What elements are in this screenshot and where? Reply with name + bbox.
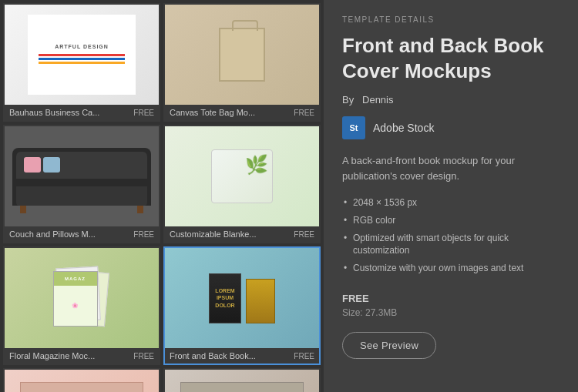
card-thumb-bauhaus: ARTFUL DESIGN [5,5,159,105]
template-details-panel: TEMPLATE DETAILS Front and Back Book Cov… [324,0,578,392]
card-name: Floral Magazine Moc... [9,351,95,360]
card-name: Canvas Tote Bag Mo... [170,108,255,117]
card-thumb-couch [5,126,159,226]
feature-item: 2048 × 1536 px [342,194,560,212]
template-description: A back-and-front book mockup for your pu… [342,153,560,183]
card-bookcover[interactable]: LOREMIPSUMDOLOR Front and Back Book... F… [163,246,321,365]
card-badge: FREE [133,352,154,360]
leaf-icon: 🌿 [245,154,268,176]
card-badge: FREE [294,109,314,117]
card-thumb-canvas [165,5,319,105]
card-couch[interactable]: Couch and Pillows M... FREE [3,125,160,243]
card-blanket[interactable]: 🌿 Customizable Blanke... FREE [163,125,321,243]
canvas-bag-icon [219,28,265,82]
couch-icon [12,148,151,206]
feature-item: Customize with your own images and text [342,260,560,277]
features-list: 2048 × 1536 px RGB color Optimized with … [342,194,560,277]
card-bauhaus[interactable]: ARTFUL DESIGN Bauhaus Business Ca... FRE… [3,3,160,122]
preview-button[interactable]: See Preview [342,332,436,359]
author-name: Dennis [362,94,393,106]
adobe-stock-badge: St Adobe Stock [342,116,560,139]
section-label: TEMPLATE DETAILS [342,15,560,24]
card-thumb-blanket: 🌿 [165,126,319,226]
card-name: Customizable Blanke... [170,230,257,239]
card-badge: FREE [133,230,154,239]
author-line: By Dennis [342,94,560,106]
card-name: Bauhaus Business Ca... [9,108,99,117]
size-label: Size: 27.3MB [342,307,560,318]
book-mockup-icon: LOREMIPSUMDOLOR [209,273,275,323]
card-thumb-bottom2: 📄 [165,370,319,392]
adobe-stock-icon: St [342,116,365,139]
price-label: FREE [342,293,560,304]
card-thumb-bookcover: LOREMIPSUMDOLOR [165,248,319,348]
card-bottom2[interactable]: 📄 FREE [163,368,321,392]
card-thumb-bottom1: 📄 [5,370,159,392]
magazine-icon: MAGAZ 🌸 [53,267,111,329]
card-canvas[interactable]: Canvas Tote Bag Mo... FREE [163,3,321,122]
card-name: Couch and Pillows M... [9,230,96,239]
template-title: Front and Back Book Cover Mockups [342,33,560,83]
template-grid[interactable]: ARTFUL DESIGN Bauhaus Business Ca... FRE… [0,0,324,392]
adobe-stock-label: Adobe Stock [373,122,434,134]
card-name: Front and Back Book... [170,351,256,360]
card-floral[interactable]: MAGAZ 🌸 Floral Magazine Moc... FREE [3,246,160,365]
feature-item: RGB color [342,212,560,230]
card-badge: FREE [133,109,154,117]
author-prefix: By [342,94,354,106]
card-bottom1[interactable]: 📄 FREE [3,368,160,392]
card-thumb-floral: MAGAZ 🌸 [5,248,159,348]
blanket-icon: 🌿 [211,149,273,203]
feature-item: Optimized with smart objects for quick c… [342,230,560,260]
card-badge: FREE [294,230,314,239]
card-badge: FREE [294,352,314,360]
